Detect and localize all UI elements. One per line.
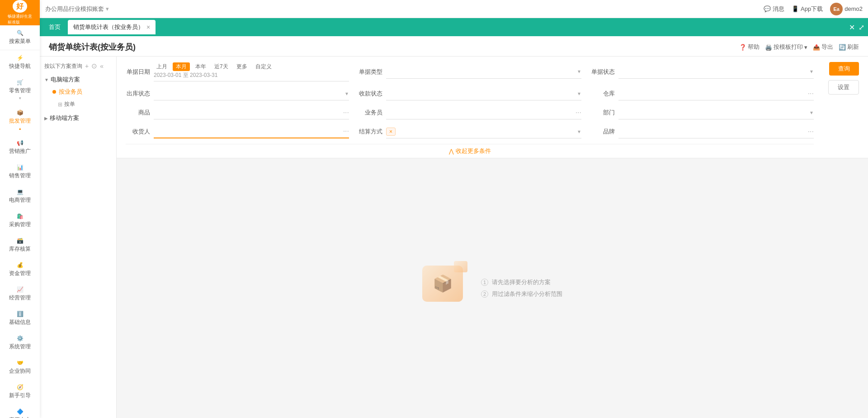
- salesperson-input[interactable]: ···: [386, 106, 581, 119]
- topbar-actions: 💬 消息 📱 App下载 Ea demo2: [764, 3, 863, 15]
- export-label: 导出: [821, 43, 833, 51]
- date-tab-more[interactable]: 更多: [234, 62, 250, 71]
- sidebar-item-label: 新手引导: [9, 392, 31, 399]
- sidebar-item-basic-info[interactable]: ℹ️ 基础信息: [0, 306, 40, 331]
- settlement-tag-x-btn[interactable]: ×: [389, 128, 392, 135]
- tab-home[interactable]: 首页: [43, 20, 66, 34]
- sidebar-item-search[interactable]: 🔍 搜索菜单: [0, 25, 40, 50]
- sidebar-item-operations[interactable]: 📈 经营管理: [0, 282, 40, 306]
- goods-dots-icon: ···: [343, 109, 349, 117]
- page-actions: ❓ 帮助 🖨️ 按模板打印 ▾ 📤 导出 🔄 刷新: [739, 43, 859, 51]
- brand-dots-icon: ···: [808, 128, 814, 136]
- page-title: 销货单统计表(按业务员): [49, 42, 739, 52]
- settings-button[interactable]: 设置: [828, 80, 859, 95]
- outstatus-select[interactable]: [154, 87, 349, 100]
- receiptstatus-label: 收款状态: [358, 90, 382, 98]
- collapse-icon: ⋀: [449, 148, 454, 155]
- sidebar-item-label: 应用中心: [9, 416, 31, 418]
- filter-wrapper: 单据日期 上月 本月 本年 近7天 更多 自定义: [117, 57, 868, 418]
- logo-text: 畅捷通好生意标准版: [8, 14, 32, 25]
- scheme-collapse-button[interactable]: «: [100, 62, 104, 70]
- sidebar-item-wholesale[interactable]: 📦 批发管理 ▴: [0, 105, 40, 135]
- sidebar-item-finance[interactable]: 💰 资金管理: [0, 257, 40, 282]
- scheme-edit-button[interactable]: ⊙: [91, 62, 97, 70]
- app-download-label: App下载: [801, 5, 823, 13]
- date-range-text: 2023-03-01 至 2023-03-31: [154, 71, 349, 79]
- message-action[interactable]: 💬 消息: [764, 5, 784, 13]
- tab-sales-stat-label: 销货单统计表（按业务员）: [73, 23, 144, 31]
- dept-select[interactable]: [618, 106, 814, 119]
- sidebar-item-label: 电商管理: [9, 196, 31, 204]
- sidebar-item-marketing[interactable]: 📢 营销推广: [0, 135, 40, 160]
- hint-number-1: 1: [481, 279, 488, 286]
- filter-body-row: 单据日期 上月 本月 本年 近7天 更多 自定义: [126, 62, 859, 158]
- sidebar-item-purchase[interactable]: 🛍️ 采购管理: [0, 209, 40, 233]
- sidebar-item-sales[interactable]: 📊 销售管理: [0, 160, 40, 184]
- warehouse-input[interactable]: ···: [618, 87, 814, 100]
- retail-icon: 🛒: [17, 79, 24, 86]
- scheme-group-mobile-label: 移动端方案: [50, 114, 79, 122]
- print-button[interactable]: 🖨️ 按模板打印 ▾: [765, 43, 807, 51]
- docstatus-label: 单据状态: [590, 68, 615, 76]
- user-action[interactable]: Ea demo2: [830, 3, 863, 15]
- date-tab-custom[interactable]: 自定义: [253, 62, 274, 71]
- brand-input[interactable]: ···: [618, 125, 814, 138]
- user-name: demo2: [844, 5, 863, 12]
- sidebar-item-ecommerce[interactable]: 💻 电商管理: [0, 184, 40, 209]
- basic-info-icon: ℹ️: [17, 311, 24, 317]
- sidebar-item-retail[interactable]: 🛒 零售管理 ▾: [0, 75, 40, 105]
- settlement-label: 结算方式: [358, 128, 382, 136]
- date-tab-7days[interactable]: 近7天: [212, 62, 231, 71]
- hint-number-2: 2: [481, 290, 488, 298]
- query-button[interactable]: 查询: [829, 62, 859, 76]
- scheme-item-by-order[interactable]: ⊞ 按单: [40, 98, 116, 110]
- brand-label: 品牌: [590, 128, 615, 136]
- refresh-label: 刷新: [847, 43, 859, 51]
- window-maximize-icon[interactable]: ⤢: [859, 23, 864, 32]
- tab-sales-stat[interactable]: 销货单统计表（按业务员） ×: [68, 20, 156, 34]
- marketing-icon: 📢: [17, 140, 24, 146]
- sidebar-item-quicknav[interactable]: ⚡ 快捷导航: [0, 50, 40, 75]
- date-tab-thisyear[interactable]: 本年: [193, 62, 209, 71]
- filter-consignee-row: 收货人 ···: [126, 125, 349, 138]
- doctype-select[interactable]: [386, 65, 581, 78]
- scheme-group-pc: ▼ 电脑端方案 按业务员 ⊞ 按单: [40, 74, 116, 110]
- date-tab-lastmonth[interactable]: 上月: [154, 62, 170, 71]
- docstatus-select[interactable]: [618, 65, 814, 78]
- scheme-item-by-salesperson[interactable]: 按业务员: [40, 86, 116, 98]
- outstatus-label: 出库状态: [126, 90, 150, 98]
- scheme-add-button[interactable]: +: [85, 62, 89, 70]
- app-download-action[interactable]: 📱 App下载: [792, 5, 823, 13]
- scheme-group-mobile-title[interactable]: ▶ 移动端方案: [40, 112, 116, 124]
- scheme-header: 按以下方案查询 + ⊙ «: [40, 60, 116, 72]
- consignee-input[interactable]: ···: [154, 125, 349, 138]
- empty-state: 📦 1 请先选择要分析的方案 2: [117, 266, 868, 311]
- goods-input[interactable]: ···: [154, 106, 349, 119]
- help-button[interactable]: ❓ 帮助: [739, 43, 760, 51]
- dept-label: 部门: [590, 109, 615, 117]
- scheme-group-arrow-icon: ▼: [44, 77, 49, 82]
- print-label: 按模板打印: [774, 43, 803, 51]
- sidebar-item-label: 资金管理: [9, 270, 31, 277]
- receiptstatus-select[interactable]: [386, 87, 581, 100]
- sidebar-item-appcenter[interactable]: 🔷 应用中心: [0, 404, 40, 418]
- date-tab-thismonth[interactable]: 本月: [173, 62, 190, 71]
- scheme-panel: 按以下方案查询 + ⊙ « ▼ 电脑端方案 按业务员 ⊞: [40, 57, 117, 418]
- app-logo[interactable]: 好 畅捷通好生意标准版: [0, 0, 40, 25]
- window-close-icon[interactable]: ✕: [849, 23, 855, 32]
- sidebar-item-enterprise[interactable]: 🤝 企业协同: [0, 355, 40, 380]
- collapse-button[interactable]: ⋀ 收起更多条件: [126, 144, 814, 158]
- sidebar-item-inventory[interactable]: 🗃️ 库存核算: [0, 233, 40, 257]
- salesperson-label: 业务员: [358, 109, 382, 117]
- tab-close-icon[interactable]: ×: [146, 24, 150, 31]
- sidebar-item-guide[interactable]: 🧭 新手引导: [0, 380, 40, 404]
- scheme-header-title: 按以下方案查询: [44, 62, 82, 70]
- refresh-button[interactable]: 🔄 刷新: [839, 43, 859, 51]
- scheme-group-pc-title[interactable]: ▼ 电脑端方案: [40, 74, 116, 86]
- breadcrumb: 办公用品行业模拟账套 ▾: [45, 5, 760, 13]
- sales-icon: 📊: [17, 164, 24, 171]
- scheme-item-label: 按业务员: [59, 88, 82, 96]
- dept-chevron-icon: ▾: [810, 109, 813, 116]
- export-button[interactable]: 📤 导出: [813, 43, 833, 51]
- sidebar-item-system[interactable]: ⚙️ 系统管理: [0, 331, 40, 355]
